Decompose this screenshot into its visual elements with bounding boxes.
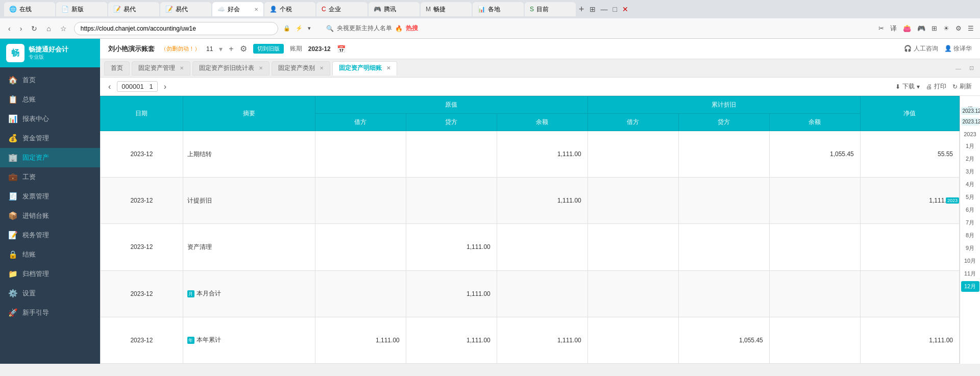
- browser-tab-muqian[interactable]: S 目前: [525, 2, 576, 16]
- month-8-item[interactable]: 8月: [961, 230, 979, 241]
- settings-account-button[interactable]: ⚙: [240, 44, 247, 54]
- month-9-item[interactable]: 9月: [961, 243, 979, 254]
- sidebar-item-payroll[interactable]: 💼 工资: [0, 167, 100, 187]
- toolbar: ‹ 000001 1 › ⬇ 下载 ▾ 🖨 打印: [100, 78, 980, 96]
- forward-button[interactable]: ›: [18, 22, 24, 35]
- cell-date: 2023-12: [101, 224, 183, 270]
- cell-orig-balance: 1,111.00: [497, 178, 587, 224]
- sidebar-item-purchase-sale[interactable]: 📦 进销台账: [0, 206, 100, 225]
- next-page-button[interactable]: ›: [164, 82, 166, 91]
- tab-menu-button[interactable]: ⊞: [587, 3, 598, 15]
- new-tab-button[interactable]: +: [577, 2, 586, 17]
- month-12-item[interactable]: 12月: [961, 281, 979, 292]
- grid-icon[interactable]: ⊞: [932, 24, 937, 32]
- tab-asset-category[interactable]: 固定资产类别 ✕: [272, 61, 330, 76]
- month-4-item[interactable]: 4月: [961, 179, 979, 190]
- sidebar-item-reports[interactable]: 📊 报表中心: [0, 109, 100, 129]
- brightness-icon[interactable]: ☀: [943, 24, 949, 32]
- translate-icon[interactable]: 译: [890, 24, 897, 33]
- address-input[interactable]: [74, 22, 278, 35]
- month-6-item[interactable]: 6月: [961, 205, 979, 215]
- extension-icon: ⚡: [296, 25, 303, 32]
- download-button[interactable]: ⬇ 下载 ▾: [895, 82, 920, 91]
- table-row: 2023-12 上期结转 1,111.00 1,055.45 55.55: [101, 131, 960, 178]
- sidebar-item-label: 资金管理: [22, 134, 49, 143]
- sidebar-item-home[interactable]: 🏠 首页: [0, 70, 100, 90]
- sidebar-item-tax[interactable]: 📝 税务管理: [0, 225, 100, 245]
- tab-asset-detail-ledger[interactable]: 固定资产明细账 ✕: [332, 61, 397, 76]
- bookmark-button[interactable]: ☆: [58, 22, 69, 35]
- tab-close-icon[interactable]: ✕: [180, 65, 184, 71]
- month-5-item[interactable]: 5月: [961, 192, 979, 203]
- wallet-icon[interactable]: 👛: [903, 24, 911, 32]
- cell-acc-balance: [769, 270, 860, 317]
- month-year-item[interactable]: 2023: [961, 130, 979, 139]
- back-button[interactable]: ‹: [6, 22, 13, 35]
- browser-tab-changjie[interactable]: M 畅捷: [421, 2, 472, 16]
- tab-close-icon[interactable]: ✕: [259, 65, 263, 71]
- month-10-item[interactable]: 10月: [961, 256, 979, 266]
- browser-tab-geshui[interactable]: 👤 个税: [264, 2, 315, 16]
- sidebar-item-settings[interactable]: ⚙️ 设置: [0, 284, 100, 303]
- calendar-icon[interactable]: 📅: [337, 45, 346, 53]
- content-area: ‹ 000001 1 › ⬇ 下载 ▾ 🖨 打印: [100, 78, 980, 364]
- menu-icon[interactable]: ☰: [968, 24, 974, 32]
- browser-tab-qiye[interactable]: C 企业: [316, 2, 368, 16]
- switch-version-button[interactable]: 切到旧版: [253, 44, 284, 54]
- add-account-button[interactable]: +: [229, 44, 233, 54]
- tab-close-icon[interactable]: ✕: [320, 65, 324, 71]
- browser-tab-gedi[interactable]: 📊 各地: [473, 2, 524, 16]
- tab-depreciation-stats[interactable]: 固定资产折旧统计表 ✕: [192, 61, 270, 76]
- maximize-button[interactable]: □: [611, 3, 619, 15]
- tab-fixed-assets-mgmt[interactable]: 固定资产管理 ✕: [132, 61, 190, 76]
- tab-label: 企业: [329, 5, 341, 14]
- print-icon: 🖨: [926, 83, 932, 90]
- hot-search-label[interactable]: 热搜: [406, 24, 418, 33]
- month-11-item[interactable]: 11月: [961, 268, 979, 279]
- sidebar-item-archive[interactable]: 📁 归档管理: [0, 264, 100, 284]
- game-icon[interactable]: 🎮: [917, 24, 925, 32]
- browser-tab-tencent[interactable]: 🎮 腾讯: [369, 2, 420, 16]
- settings-icon[interactable]: ⚙: [955, 24, 962, 32]
- prev-page-button[interactable]: ‹: [108, 82, 111, 91]
- cell-net-value: 1,111.00 2023: [860, 178, 959, 224]
- browser-tab-yidai1[interactable]: 📝 易代: [108, 2, 159, 16]
- sidebar-item-funds[interactable]: 💰 资金管理: [0, 129, 100, 148]
- browser-tab-new[interactable]: 📄 新版: [56, 2, 107, 16]
- table-area: 日期 摘要 原值 累计折旧: [100, 96, 980, 364]
- cell-summary: 计提折旧: [183, 178, 315, 224]
- dropdown-icon[interactable]: ▾: [308, 25, 311, 32]
- browser-tab-haohui[interactable]: ☁️ 好会 ✕: [212, 2, 263, 16]
- sidebar-item-general-ledger[interactable]: 📋 总账: [0, 90, 100, 109]
- tab-home[interactable]: 首页: [104, 61, 130, 76]
- refresh-button[interactable]: ↻ 刷新: [952, 82, 972, 91]
- month-2-item[interactable]: 2月: [961, 154, 979, 164]
- toolbar-right: ⬇ 下载 ▾ 🖨 打印 ↻ 刷新: [895, 82, 972, 91]
- tax-icon: 📝: [8, 231, 17, 240]
- tab-minimize-button[interactable]: —: [953, 64, 963, 72]
- sidebar-item-fixed-assets[interactable]: 🏢 固定资产: [0, 148, 100, 167]
- browser-tab-online[interactable]: 🌐 在线: [4, 2, 55, 16]
- tab-close-active-icon[interactable]: ✕: [386, 65, 390, 71]
- consult-button[interactable]: 🎧 人工咨询: [904, 44, 938, 53]
- minimize-button[interactable]: —: [599, 3, 610, 15]
- print-button[interactable]: 🖨 打印: [926, 82, 946, 91]
- hot-search-icon[interactable]: 🔥: [395, 25, 403, 32]
- browser-tab-yidai2[interactable]: 📝 易代: [160, 2, 211, 16]
- sidebar-item-closing[interactable]: 🔒 结账: [0, 245, 100, 264]
- sidebar-item-invoice[interactable]: 🧾 发票管理: [0, 187, 100, 206]
- month-1-item[interactable]: 1月: [961, 141, 979, 152]
- month-7-item[interactable]: 7月: [961, 217, 979, 228]
- tab-expand-button[interactable]: ⊡: [967, 64, 976, 72]
- refresh-button[interactable]: ↻: [29, 22, 39, 35]
- scissors-icon[interactable]: ✂: [878, 24, 884, 32]
- month-3-item[interactable]: 3月: [961, 166, 979, 177]
- user-button[interactable]: 👤 徐译华: [944, 44, 972, 53]
- home-button[interactable]: ⌂: [44, 22, 53, 35]
- cell-acc-balance: [769, 317, 860, 363]
- year-badge: 2023: [946, 197, 959, 204]
- close-button[interactable]: ✕: [620, 3, 630, 15]
- dropdown-arrow[interactable]: ▾: [219, 45, 223, 53]
- sidebar-item-guide[interactable]: 🚀 新手引导: [0, 303, 100, 322]
- tab-close-icon[interactable]: ✕: [254, 7, 258, 12]
